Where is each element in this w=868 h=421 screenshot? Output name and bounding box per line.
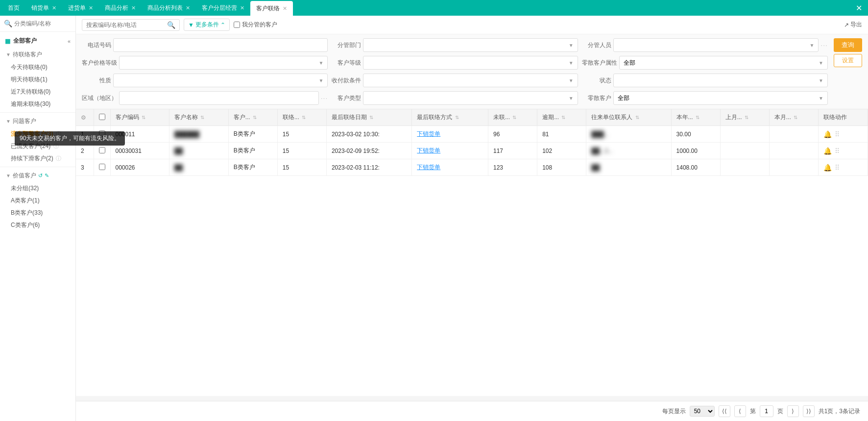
th-last-date[interactable]: 最后联络日期 ⇅ xyxy=(326,109,411,126)
tab-purchase-close[interactable]: ✕ xyxy=(89,5,93,11)
td-date-2: 2023-02-09 19:52: xyxy=(326,143,411,159)
person-dots[interactable]: ··· xyxy=(820,41,828,49)
sort-icon-overdue: ⇅ xyxy=(561,115,565,120)
bell-icon[interactable]: 🔔 xyxy=(823,130,832,138)
page-input[interactable] xyxy=(760,405,773,417)
tab-analysis-list[interactable]: 商品分析列表 ✕ xyxy=(142,0,196,16)
filter-retail-attr-select[interactable]: 全部 ▼ xyxy=(619,56,828,70)
edit-icon[interactable]: ✎ xyxy=(45,173,49,179)
bell-icon2[interactable]: 🔔 xyxy=(823,147,832,155)
sidebar-item-classC[interactable]: C类客户(6) xyxy=(0,219,75,231)
query-button[interactable]: 查询 xyxy=(834,38,862,52)
more-icon[interactable]: ⠿ xyxy=(835,130,840,138)
th-type[interactable]: 客户... ⇅ xyxy=(228,109,277,126)
my-customers-label[interactable]: 我分管的客户 xyxy=(234,21,277,29)
filter-phone-input[interactable] xyxy=(113,38,328,52)
page-last-btn[interactable]: ⟩⟩ xyxy=(803,405,815,417)
per-page-label: 每页显示 xyxy=(662,407,686,416)
sidebar-root-header[interactable]: ▦ 全部客户 « xyxy=(0,34,75,48)
th-last-method[interactable]: 最后联络方式 ⇅ xyxy=(412,109,488,126)
th-gear[interactable]: ⚙ xyxy=(76,109,94,126)
more-icon3[interactable]: ⠿ xyxy=(835,164,840,172)
settings-button[interactable]: 设置 xyxy=(834,54,862,67)
tab-purchase[interactable]: 进货单 ✕ xyxy=(62,0,99,16)
my-customers-checkbox[interactable] xyxy=(234,22,240,28)
page-next-btn[interactable]: ⟩ xyxy=(787,405,799,417)
sidebar-item-ungroup[interactable]: 未分组(32) xyxy=(0,182,75,195)
tab-sales[interactable]: 销货单 ✕ xyxy=(25,0,62,16)
tab-home[interactable]: 首页 xyxy=(2,0,25,16)
th-unlinked[interactable]: 未联... ⇅ xyxy=(488,109,537,126)
customer-grade-arrow: ▼ xyxy=(569,60,574,66)
td-unlinked-3: 123 xyxy=(488,159,537,176)
row2-checkbox[interactable] xyxy=(99,147,105,153)
more-icon2[interactable]: ⠿ xyxy=(835,147,840,155)
sidebar-group-value[interactable]: ▼ 价值客户 ↺ ✎ xyxy=(0,169,75,182)
filter-payment-select[interactable]: ▼ xyxy=(363,74,578,87)
sidebar-item-overdue[interactable]: 逾期未联络(30) xyxy=(0,98,75,110)
td-date-3: 2023-02-03 11:12: xyxy=(326,159,411,176)
search-input[interactable] xyxy=(86,22,167,28)
tab-analysis-list-close[interactable]: ✕ xyxy=(186,5,190,11)
th-name[interactable]: 客户名称 ⇅ xyxy=(169,109,229,126)
td-year-1: 30.00 xyxy=(671,126,720,143)
sidebar-item-classB[interactable]: B类客户(33) xyxy=(0,207,75,219)
row3-checkbox[interactable] xyxy=(99,164,105,170)
sidebar-item-tomorrow[interactable]: 明天待联络(1) xyxy=(0,74,75,86)
tab-customer-contact-close[interactable]: ✕ xyxy=(283,5,287,12)
tab-customer-contact[interactable]: 客户联络 ✕ xyxy=(250,1,293,16)
sidebar-group-pending[interactable]: ▼ 待联络客户 xyxy=(0,48,75,61)
refresh-icon[interactable]: ↺ xyxy=(38,173,43,179)
filter-btn[interactable]: ▼ 更多条件 ⌃ xyxy=(184,19,230,31)
page-first-btn[interactable]: ⟨⟨ xyxy=(719,405,730,417)
sidebar-item-declining[interactable]: 持续下滑客户(2) ⓘ xyxy=(0,152,75,165)
th-contact[interactable]: 联络... ⇅ xyxy=(277,109,326,126)
filter-dept-select[interactable]: ▼ xyxy=(363,38,578,52)
gear-icon[interactable]: ⚙ xyxy=(81,114,86,121)
bell-icon3[interactable]: 🔔 xyxy=(823,164,832,172)
sidebar-item-today[interactable]: 今天待联络(0) xyxy=(0,61,75,74)
window-close-btn[interactable]: ✕ xyxy=(852,3,866,13)
tab-analysis-close[interactable]: ✕ xyxy=(131,5,136,11)
filter-retail-customer-select[interactable]: 全部 ▼ xyxy=(613,91,828,105)
tab-customer-tier-close[interactable]: ✕ xyxy=(240,5,244,11)
th-code[interactable]: 客户编码 ⇅ xyxy=(110,109,169,126)
th-overdue[interactable]: 逾期... ⇅ xyxy=(537,109,586,126)
price-grade-arrow: ▼ xyxy=(318,60,323,66)
sidebar-item-7days[interactable]: 近7天待联络(0) xyxy=(0,86,75,98)
filter-customer-type-select[interactable]: ▼ xyxy=(363,91,578,105)
filter-nature-select[interactable]: ▼ xyxy=(113,74,328,87)
table-row: 3 000026 ██ B类客户 15 2023-02-03 11:12: 下销… xyxy=(76,159,868,176)
th-unit-contact[interactable]: 往来单位联系人 ⇅ xyxy=(586,109,671,126)
bottom-scrollbar[interactable] xyxy=(76,396,868,401)
sidebar-group-problem[interactable]: ▼ 问题客户 xyxy=(0,115,75,128)
th-this-month[interactable]: 本月... ⇅ xyxy=(769,109,818,126)
th-this-year[interactable]: 本年... ⇅ xyxy=(671,109,720,126)
th-action: 联络动作 xyxy=(818,109,868,126)
filter-price-grade-select[interactable]: ▼ xyxy=(119,56,328,70)
td-overdue-1: 81 xyxy=(537,126,586,143)
sidebar-search-input[interactable] xyxy=(14,20,72,27)
per-page-select[interactable]: 50 100 200 xyxy=(690,406,715,417)
select-all-checkbox[interactable] xyxy=(99,114,105,120)
th-last-month[interactable]: 上月... ⇅ xyxy=(720,109,769,126)
region-dots[interactable]: ··· xyxy=(321,94,328,102)
td-method-2[interactable]: 下销货单 xyxy=(412,143,488,159)
filter-customer-grade-select[interactable]: ▼ xyxy=(363,56,578,70)
tab-analysis[interactable]: 商品分析 ✕ xyxy=(99,0,142,16)
info-icon3: ⓘ xyxy=(56,155,61,161)
page-prev-btn[interactable]: ⟨ xyxy=(734,405,746,417)
tab-sales-close[interactable]: ✕ xyxy=(52,5,56,11)
sidebar-item-classA[interactable]: A类客户(1) xyxy=(0,195,75,207)
export-btn[interactable]: ↗ 导出 xyxy=(844,21,862,29)
td-type-3: B类客户 xyxy=(228,159,277,176)
filter-status-select[interactable]: ▼ xyxy=(613,74,828,87)
td-method-1[interactable]: 下销货单 xyxy=(412,126,488,143)
filter-person-select[interactable]: ▼ xyxy=(613,38,819,52)
tab-customer-tier[interactable]: 客户分层经营 ✕ xyxy=(196,0,250,16)
td-overdue-3: 108 xyxy=(537,159,586,176)
data-table: ⚙ 客户编码 ⇅ 客户名称 ⇅ xyxy=(76,109,868,176)
td-method-3[interactable]: 下销货单 xyxy=(412,159,488,176)
filter-region-select[interactable] xyxy=(119,91,319,105)
search-icon-btn[interactable]: 🔍 xyxy=(167,21,175,29)
